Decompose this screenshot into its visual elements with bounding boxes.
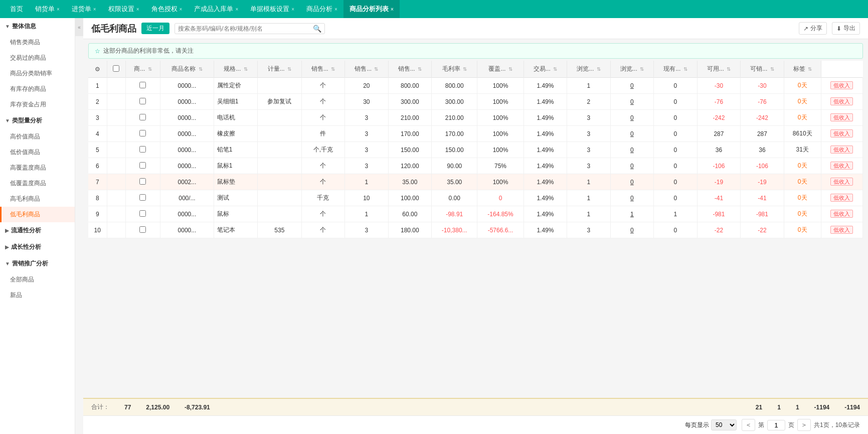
export-button[interactable]: ⬇ 导出 bbox=[832, 22, 860, 35]
cell-view1[interactable]: 1 bbox=[610, 206, 654, 222]
col-spec[interactable]: 规格... ⇅ bbox=[214, 61, 257, 78]
sort-icon: ⇅ bbox=[244, 66, 248, 72]
col-code[interactable]: 商... ⇅ bbox=[125, 61, 160, 78]
col-gross-margin[interactable]: 毛利率 ⇅ bbox=[432, 61, 477, 78]
cell-checkbox[interactable] bbox=[125, 222, 160, 238]
cell-checkbox[interactable] bbox=[125, 174, 160, 190]
nav-role-auth[interactable]: 角色授权 × bbox=[145, 0, 189, 18]
row-checkbox[interactable] bbox=[139, 146, 146, 153]
cell-checkbox[interactable] bbox=[125, 142, 160, 158]
col-sale-profit[interactable]: 销售... ⇅ bbox=[388, 61, 432, 78]
cell-checkbox[interactable] bbox=[125, 78, 160, 94]
close-icon[interactable]: × bbox=[291, 7, 294, 12]
sidebar-section-growth[interactable]: ▶ 成长性分析 bbox=[0, 239, 75, 255]
sidebar-item-low-value[interactable]: 低价值商品 bbox=[0, 144, 75, 160]
sidebar-item-category-sales-rate[interactable]: 商品分类助销率 bbox=[0, 66, 75, 81]
cell-available: -22 bbox=[741, 222, 784, 238]
close-icon[interactable]: × bbox=[136, 7, 139, 12]
cell-view1[interactable]: 0 bbox=[610, 174, 654, 190]
close-icon[interactable]: × bbox=[57, 7, 60, 12]
col-sale-amount[interactable]: 销售... ⇅ bbox=[345, 61, 389, 78]
sidebar-item-traded-goods[interactable]: 交易过的商品 bbox=[0, 50, 75, 66]
sidebar-item-high-margin[interactable]: 高毛利商品 bbox=[0, 191, 75, 207]
nav-permission[interactable]: 权限设置 × bbox=[102, 0, 145, 18]
row-checkbox[interactable] bbox=[139, 162, 146, 169]
nav-product-entry[interactable]: 产成品入库单 × bbox=[188, 0, 244, 18]
row-checkbox[interactable] bbox=[139, 82, 146, 88]
row-checkbox[interactable] bbox=[139, 226, 146, 233]
col-name[interactable]: 商品名称 ⇅ bbox=[160, 61, 214, 78]
col-checkbox[interactable] bbox=[107, 61, 125, 78]
nav-product-analysis[interactable]: 商品分析 × bbox=[300, 0, 343, 18]
total-records-label: 共1页，10条记录 bbox=[814, 421, 860, 429]
row-checkbox[interactable] bbox=[139, 210, 146, 217]
sidebar-item-all-goods[interactable]: 全部商品 bbox=[0, 272, 75, 287]
cell-checkbox[interactable] bbox=[125, 206, 160, 222]
col-sale-qty[interactable]: 销售... ⇅ bbox=[301, 61, 345, 78]
share-button[interactable]: ↗ 分享 bbox=[799, 22, 827, 35]
search-icon[interactable]: 🔍 bbox=[313, 25, 321, 33]
col-available[interactable]: 可用... ⇅ bbox=[697, 61, 741, 78]
cell-view1[interactable]: 0 bbox=[610, 222, 654, 238]
sidebar-item-high-value[interactable]: 高价值商品 bbox=[0, 129, 75, 144]
search-input[interactable] bbox=[178, 25, 313, 32]
sidebar-collapse-button[interactable]: « bbox=[75, 18, 83, 36]
nav-home[interactable]: 首页 bbox=[4, 0, 29, 18]
cell-checkbox[interactable] bbox=[125, 158, 160, 174]
row-checkbox[interactable] bbox=[139, 194, 146, 201]
col-current-stock[interactable]: 现有... ⇅ bbox=[654, 61, 698, 78]
nav-purchase-order[interactable]: 进货单 × bbox=[66, 0, 102, 18]
sidebar-item-low-margin[interactable]: 低毛利商品 bbox=[0, 207, 75, 222]
sidebar-section-liquidity[interactable]: ▶ 流通性分析 bbox=[0, 222, 75, 239]
sidebar-item-sales-goods[interactable]: 销售类商品 bbox=[0, 35, 75, 50]
cell-checkbox[interactable] bbox=[125, 94, 160, 110]
pagination-bar: 每页显示 10 20 50 100 ＜ 第 页 ＞ 共1页，10条记录 bbox=[83, 415, 868, 434]
nav-sales-order[interactable]: 销货单 × bbox=[29, 0, 66, 18]
cell-view2: 0 bbox=[654, 142, 698, 158]
close-icon[interactable]: × bbox=[235, 7, 238, 12]
cell-view1[interactable]: 0 bbox=[610, 190, 654, 206]
nav-template-settings[interactable]: 单据模板设置 × bbox=[244, 0, 300, 18]
col-coverage[interactable]: 覆盖... ⇅ bbox=[477, 61, 524, 78]
sidebar-section-category-analysis[interactable]: ▼ 类型量分析 bbox=[0, 112, 75, 129]
page-number-input[interactable] bbox=[767, 420, 785, 430]
row-checkbox[interactable] bbox=[139, 114, 146, 120]
cell-checkbox[interactable] bbox=[125, 190, 160, 206]
col-saleable[interactable]: 可销... ⇅ bbox=[741, 61, 784, 78]
cell-view1[interactable]: 0 bbox=[610, 142, 654, 158]
cell-checkbox[interactable] bbox=[125, 110, 160, 126]
col-settings[interactable]: ⚙ bbox=[88, 61, 107, 78]
col-unit[interactable]: 计量... ⇅ bbox=[258, 61, 301, 78]
cell-view1[interactable]: 0 bbox=[610, 94, 654, 110]
row-checkbox[interactable] bbox=[139, 178, 146, 185]
col-view2[interactable]: 浏览... ⇅ bbox=[610, 61, 654, 78]
select-all-checkbox[interactable] bbox=[113, 65, 119, 72]
nav-product-analysis-list[interactable]: 商品分析列表 × bbox=[343, 0, 400, 18]
row-checkbox[interactable] bbox=[139, 98, 146, 104]
col-view1[interactable]: 浏览... ⇅ bbox=[567, 61, 611, 78]
sidebar-item-new-goods[interactable]: 新品 bbox=[0, 287, 75, 303]
close-icon[interactable]: × bbox=[334, 7, 337, 12]
cell-view1[interactable]: 0 bbox=[610, 158, 654, 174]
col-tag[interactable]: 标签 ⇅ bbox=[784, 61, 821, 78]
cell-view1[interactable]: 0 bbox=[610, 78, 654, 94]
close-icon[interactable]: × bbox=[93, 7, 96, 12]
sidebar-item-high-coverage[interactable]: 高覆盖度商品 bbox=[0, 160, 75, 176]
col-trade-count[interactable]: 交易... ⇅ bbox=[524, 61, 567, 78]
cell-view1[interactable]: 0 bbox=[610, 110, 654, 126]
prev-page-button[interactable]: ＜ bbox=[742, 419, 755, 431]
sidebar-section-marketing[interactable]: ▼ 营销推广分析 bbox=[0, 255, 75, 272]
per-page-select[interactable]: 10 20 50 100 bbox=[711, 419, 737, 430]
row-checkbox[interactable] bbox=[139, 130, 146, 136]
cell-checkbox[interactable] bbox=[125, 126, 160, 142]
sidebar-section-overall[interactable]: ▼ 整体信息 bbox=[0, 18, 75, 35]
cell-coverage: 1.49% bbox=[524, 222, 567, 238]
cell-view1[interactable]: 0 bbox=[610, 126, 654, 142]
sidebar-item-stock-funds[interactable]: 库存资金占用 bbox=[0, 97, 75, 112]
close-icon[interactable]: × bbox=[180, 7, 183, 12]
sidebar-item-low-coverage[interactable]: 低覆盖度商品 bbox=[0, 176, 75, 191]
date-filter-button[interactable]: 近一月 bbox=[141, 23, 169, 34]
sidebar-item-stocked-goods[interactable]: 有库存的商品 bbox=[0, 81, 75, 97]
close-icon[interactable]: × bbox=[391, 7, 394, 12]
next-page-button[interactable]: ＞ bbox=[797, 419, 811, 431]
